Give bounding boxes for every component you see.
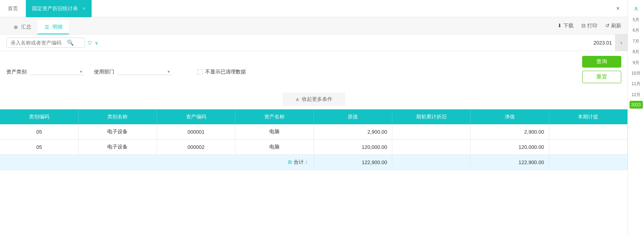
cell-category-code: 05 — [0, 124, 78, 139]
search-bar: 🔍 ▽ ∨ 2023.01 › — [0, 34, 628, 51]
summary-tab-label: 汇总 — [21, 23, 31, 30]
table-row: 05 电子设备 000002 电脑 120,000.00 120,000.00 — [0, 139, 628, 155]
filter-actions: 查询 重置 — [582, 56, 621, 83]
right-sidebar: ∧ 5月6月7月8月9月10月11月12月 2023 — [628, 0, 644, 236]
sub-tab-bar: ⊕ 汇总 ☰ 明细 ⬇ 下载 ⊟ 打印 ↺ 刷新 — [0, 17, 628, 34]
department-label: 使用部门 — [94, 68, 114, 75]
cell-current-period — [549, 139, 627, 155]
sidebar-year-badge[interactable]: 2023 — [630, 101, 643, 109]
arrow-right-icon: › — [621, 39, 622, 46]
filter-row: 资产类别 ▼ 使用部门 ▼ 不显示已清理数据 查询 重置 — [6, 56, 621, 88]
search-input-wrap[interactable]: 🔍 — [6, 38, 85, 48]
sidebar-months: 5月6月7月8月9月10月11月12月 — [630, 14, 642, 100]
data-table: 类别编码 类别名称 资产编码 资产名称 原值 期初累计折旧 净值 本期计提 05… — [0, 109, 628, 170]
refresh-icon: ↺ — [605, 23, 610, 29]
arrow-right-button[interactable]: › — [615, 34, 628, 51]
tab-label: 固定资产折旧统计表 — [32, 5, 78, 12]
cell-category-name: 电子设备 — [78, 124, 157, 139]
close-window-button[interactable]: × — [616, 5, 620, 12]
reset-button[interactable]: 重置 — [582, 71, 621, 83]
cell-accumulated-depreciation — [392, 124, 471, 139]
asset-category-filter: 资产类别 ▼ — [6, 68, 85, 75]
cell-accumulated-depreciation — [392, 139, 471, 155]
col-current-period: 本期计提 — [549, 109, 627, 124]
cell-original-value: 120,000.00 — [314, 139, 392, 155]
download-label: 下载 — [563, 22, 574, 29]
asset-category-select[interactable]: ▼ — [30, 69, 85, 75]
col-asset-name: 资产名称 — [235, 109, 314, 124]
total-icon: ⊞ — [288, 159, 292, 165]
filter-icon: ▽ — [88, 40, 92, 46]
sidebar-month-item[interactable]: 7月 — [630, 36, 642, 46]
sidebar-month-item[interactable]: 9月 — [630, 57, 642, 68]
cell-current-period — [549, 124, 627, 139]
col-accumulated-depreciation: 期初累计折旧 — [392, 109, 471, 124]
total-net-value: 122,900.00 — [471, 155, 549, 170]
print-button[interactable]: ⊟ 打印 — [581, 22, 597, 29]
cell-net-value: 120,000.00 — [471, 139, 549, 155]
nav-tab-fixed-assets[interactable]: 固定资产折旧统计表 × — [26, 0, 92, 17]
cell-net-value: 2,900.00 — [471, 124, 549, 139]
search-input[interactable] — [11, 40, 65, 46]
query-button[interactable]: 查询 — [582, 56, 621, 68]
hide-cleared-checkbox[interactable] — [197, 69, 203, 75]
date-label: 2023.01 — [593, 40, 612, 46]
hide-cleared-filter[interactable]: 不显示已清理数据 — [197, 68, 246, 75]
sidebar-month-item[interactable]: 10月 — [630, 68, 642, 79]
hide-cleared-label: 不显示已清理数据 — [205, 68, 246, 75]
filter-area: 资产类别 ▼ 使用部门 ▼ 不显示已清理数据 查询 重置 — [0, 51, 628, 109]
top-nav: 首页 固定资产折旧统计表 × × — [0, 0, 628, 17]
table-container: 类别编码 类别名称 资产编码 资产名称 原值 期初累计折旧 净值 本期计提 05… — [0, 109, 628, 236]
download-icon: ⬇ — [557, 23, 562, 29]
print-icon: ⊟ — [581, 23, 586, 29]
total-accumulated-depreciation — [392, 155, 471, 170]
cell-asset-name: 电脑 — [235, 124, 314, 139]
col-category-name: 类别名称 — [78, 109, 157, 124]
sidebar-month-item[interactable]: 5月 — [630, 14, 642, 25]
col-original-value: 原值 — [314, 109, 392, 124]
sidebar-scroll-up[interactable]: ∧ — [632, 3, 640, 14]
detail-icon: ☰ — [44, 24, 50, 30]
table-header-row: 类别编码 类别名称 资产编码 资产名称 原值 期初累计折旧 净值 本期计提 — [0, 109, 628, 124]
print-label: 打印 — [587, 22, 597, 29]
chevron-down-icon: ∨ — [95, 40, 99, 46]
cell-original-value: 2,900.00 — [314, 124, 392, 139]
search-icon: 🔍 — [67, 39, 74, 46]
download-button[interactable]: ⬇ 下载 — [557, 22, 574, 29]
toolbar-right: ⬇ 下载 ⊟ 打印 ↺ 刷新 — [557, 22, 621, 29]
total-original-value: 122,900.00 — [314, 155, 392, 170]
sidebar-month-item[interactable]: 6月 — [630, 25, 642, 36]
collapse-button[interactable]: ∧ 收起更多条件 — [283, 93, 345, 106]
cell-category-name: 电子设备 — [78, 139, 157, 155]
department-arrow: ▼ — [167, 70, 171, 74]
main-area: 首页 固定资产折旧统计表 × × ⊕ 汇总 ☰ 明细 ⬇ 下载 ⊟ 打印 ↺ — [0, 0, 628, 236]
asset-category-arrow: ▼ — [79, 70, 83, 74]
more-conditions-button[interactable]: ▽ ∨ — [88, 40, 99, 46]
refresh-button[interactable]: ↺ 刷新 — [605, 22, 621, 29]
department-filter: 使用部门 ▼ — [94, 68, 172, 75]
nav-home[interactable]: 首页 — [0, 0, 26, 17]
cell-category-code: 05 — [0, 139, 78, 155]
total-current-period — [549, 155, 627, 170]
cell-asset-code: 000001 — [157, 124, 235, 139]
cell-asset-code: 000002 — [157, 139, 235, 155]
tab-summary[interactable]: ⊕ 汇总 — [6, 20, 38, 34]
col-asset-code: 资产编码 — [157, 109, 235, 124]
sidebar-month-item[interactable]: 8月 — [630, 46, 642, 57]
asset-category-label: 资产类别 — [6, 68, 27, 75]
refresh-label: 刷新 — [611, 22, 621, 29]
tab-detail[interactable]: ☰ 明细 — [38, 20, 69, 34]
collapse-up-icon: ∧ — [296, 97, 299, 102]
table-row: 05 电子设备 000001 电脑 2,900.00 2,900.00 — [0, 124, 628, 139]
collapse-label: 收起更多条件 — [302, 96, 332, 103]
department-select[interactable]: ▼ — [117, 69, 172, 75]
col-category-code: 类别编码 — [0, 109, 78, 124]
tab-close-icon[interactable]: × — [83, 6, 85, 11]
cell-asset-name: 电脑 — [235, 139, 314, 155]
col-net-value: 净值 — [471, 109, 549, 124]
table-total-row: ⊞合计： 122,900.00 122,900.00 — [0, 155, 628, 170]
total-label: ⊞合计： — [0, 155, 314, 170]
detail-tab-label: 明细 — [52, 23, 63, 30]
sidebar-month-item[interactable]: 11月 — [630, 79, 642, 89]
sidebar-month-item[interactable]: 12月 — [630, 89, 642, 100]
